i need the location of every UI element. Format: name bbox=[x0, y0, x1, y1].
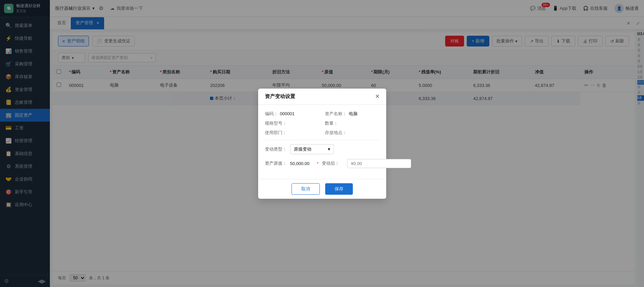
modal-spec-field: 规格型号： bbox=[265, 120, 319, 126]
modal-asset-name-value: 电脑 bbox=[349, 111, 358, 117]
modal-location-field: 存放地点： bbox=[325, 130, 379, 136]
modal-code-value: 000001 bbox=[280, 111, 295, 116]
modal-quantity-label: 数量： bbox=[325, 120, 338, 126]
asset-change-modal: 资产变动设置 ✕ 编码： 000001 资产名称： 电脑 规格型号： bbox=[258, 89, 386, 199]
modal-code-label: 编码： bbox=[265, 111, 278, 117]
modal-select-dropdown-icon: ▾ bbox=[328, 147, 330, 152]
modal-asset-name-label: 资产名称： bbox=[325, 111, 347, 117]
modal-location-label: 存放地点： bbox=[325, 130, 347, 136]
modal-dept-label: 使用部门： bbox=[265, 130, 287, 136]
modal-asset-name-field: 资产名称： 电脑 bbox=[325, 111, 379, 117]
modal-original-value-label: 资产原值： bbox=[265, 160, 287, 166]
modal-title: 资产变动设置 bbox=[265, 93, 295, 100]
save-button[interactable]: 保存 bbox=[325, 183, 353, 195]
modal-footer: 取消 保存 bbox=[258, 179, 386, 199]
modal-change-type-label: 变动类型： bbox=[265, 146, 287, 152]
required-star: * bbox=[317, 161, 318, 166]
modal-overlay: 资产变动设置 ✕ 编码： 000001 资产名称： 电脑 规格型号： bbox=[0, 0, 644, 287]
modal-spec-label: 规格型号： bbox=[265, 120, 287, 126]
modal-original-value-value: 50,000.00 bbox=[290, 161, 310, 166]
modal-info-row3: 使用部门： 存放地点： bbox=[265, 130, 379, 136]
modal-body: 编码： 000001 资产名称： 电脑 规格型号： 数量： bbox=[258, 105, 386, 179]
modal-after-change-label: 变动后： bbox=[322, 160, 344, 166]
modal-quantity-field: 数量： bbox=[325, 120, 379, 126]
modal-after-change-input[interactable] bbox=[347, 159, 411, 168]
modal-dept-field: 使用部门： bbox=[265, 130, 319, 136]
modal-original-value-row: 资产原值： 50,000.00 * 变动后： bbox=[265, 159, 379, 168]
modal-change-type-value: 原值变动 bbox=[294, 146, 311, 152]
modal-divider bbox=[265, 140, 379, 140]
modal-code-field: 编码： 000001 bbox=[265, 111, 319, 117]
modal-close-button[interactable]: ✕ bbox=[375, 93, 379, 100]
modal-change-type-row: 变动类型： 原值变动 ▾ bbox=[265, 144, 379, 154]
modal-header: 资产变动设置 ✕ bbox=[258, 89, 386, 105]
cancel-button[interactable]: 取消 bbox=[292, 183, 320, 195]
modal-info-row2: 规格型号： 数量： bbox=[265, 120, 379, 126]
modal-change-type-select[interactable]: 原值变动 ▾ bbox=[290, 144, 334, 154]
modal-info-row1: 编码： 000001 资产名称： 电脑 bbox=[265, 111, 379, 117]
